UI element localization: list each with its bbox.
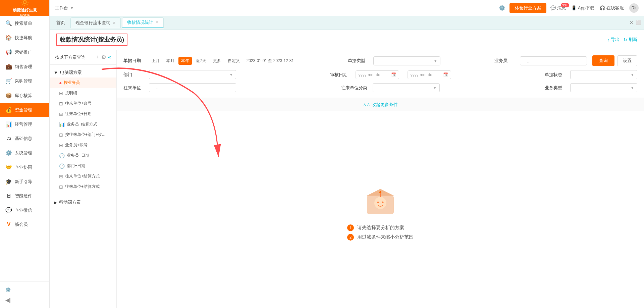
sidebar-item-label: 库存核算	[15, 93, 32, 99]
sidebar-item-quicknav[interactable]: 🏠 快捷导航	[0, 31, 49, 45]
counterparty-more-icon[interactable]: ...	[156, 85, 160, 90]
tab-bank[interactable]: 现金银行流水查询 ✕	[70, 17, 121, 28]
sidebar-item-baseinfo[interactable]: 🗂 基础信息	[0, 132, 49, 146]
scheme-salesperson-account[interactable]: ⊞ 业务员+账号	[50, 140, 116, 150]
export-button[interactable]: ↑ 导出	[607, 37, 620, 43]
scheme-label: 往来单位+日期	[65, 111, 92, 117]
sidebar-item-search[interactable]: 🔍 搜索菜单	[0, 16, 49, 31]
trial-button[interactable]: 体验行业方案	[509, 3, 546, 13]
scheme-label: 往来单位+结算方式	[65, 173, 100, 179]
docstatus-dropdown-arrow: ▾	[631, 72, 634, 77]
scheme-icon-unit-acct: ⊞	[59, 101, 63, 106]
main-area: 工作台 ▾ ⚙️ 体验行业方案 💬 消息 99+ 📱 App下载 🎧 在线客服 …	[50, 0, 644, 308]
settings-bottom-icon: ⚙️	[5, 287, 11, 292]
date-tab-thismonth[interactable]: 本月	[164, 57, 177, 65]
tab-bank-close[interactable]: ✕	[112, 20, 116, 25]
scheme-unit-dept-recv[interactable]: ⊞ 按往来单位+部门+收...	[50, 130, 116, 140]
counterparty-select[interactable]: ...	[149, 83, 236, 92]
desktop-section-header[interactable]: ▼ 电脑端方案	[50, 67, 116, 78]
sidebar-bottom: ⚙️ ◀‖	[0, 281, 49, 308]
review-date-end[interactable]: yyyy-mm-dd 📅	[408, 70, 451, 79]
review-date-inputs: yyyy-mm-dd 📅 — yyyy-mm-dd 📅	[356, 70, 451, 79]
doc-status-select[interactable]: ▾	[570, 70, 637, 79]
scheme-salesperson-date[interactable]: 🕐 业务员+日期	[50, 150, 116, 161]
dept-select[interactable]: ▾	[149, 70, 236, 79]
sales-icon: 💼	[5, 63, 12, 70]
review-date-start[interactable]: yyyy-mm-dd 📅	[356, 70, 399, 79]
scheme-by-detail[interactable]: ⊞ 按明细	[50, 88, 116, 98]
mobile-section-header[interactable]: ▶ 移动端方案	[50, 197, 116, 207]
biztype-select[interactable]: ▾	[570, 83, 637, 92]
sidebar-item-label: 企业微信	[15, 207, 32, 213]
sidebar-item-label: 资金管理	[15, 107, 32, 113]
scheme-settings-icon[interactable]: ⚙	[101, 54, 106, 60]
scheme-label: 按业务员	[64, 80, 80, 86]
scheme-unit-date[interactable]: ⊞ 往来单位+日期	[50, 109, 116, 119]
doctype-label: 单据类型	[348, 58, 368, 64]
svg-point-3	[377, 201, 379, 203]
sidebar-item-inventory[interactable]: 📦 库存核算	[0, 88, 49, 103]
review-date-label: 审核日期	[330, 72, 350, 78]
salesperson-select[interactable]: ...	[520, 56, 587, 65]
scheme-unit-account[interactable]: ⊞ 往来单位+账号	[50, 98, 116, 109]
sidebar-item-label: 企业协同	[15, 164, 32, 170]
scheme-icon-dept-date: 🕐	[59, 163, 65, 169]
sidebar-item-collab[interactable]: 🤝 企业协同	[0, 160, 49, 174]
date-tab-7days[interactable]: 近7天	[193, 57, 209, 65]
online-service-btn[interactable]: 🎧 在线客服	[600, 5, 624, 11]
tab-receipt-close[interactable]: ✕	[155, 20, 159, 25]
content-body: 按以下方案查询 + ⚙ « ▼ 电脑端方案 ● 按业务员	[50, 50, 644, 308]
date-tab-lastmonth[interactable]: 上月	[149, 57, 162, 65]
left-panel-icons: + ⚙ «	[96, 54, 111, 60]
header-settings-icon[interactable]: ⚙️	[499, 5, 505, 11]
sidebar-item-system[interactable]: ⚙️ 系统管理	[0, 146, 49, 160]
marketing-icon: 📢	[5, 49, 12, 55]
add-scheme-icon[interactable]: +	[96, 54, 99, 60]
refresh-button[interactable]: ↻ 刷新	[624, 37, 637, 43]
right-panel: 单据日期 上月 本月 本年 近7天 更多 自定义 2023-01-01 至 20…	[117, 50, 644, 308]
sidebar-item-hardware[interactable]: 🖥 智能硬件	[0, 189, 49, 203]
sidebar-settings-btn[interactable]: ⚙️	[0, 285, 49, 295]
scheme-salesperson-settlement[interactable]: 📊 业务员+结算方式	[50, 119, 116, 130]
date-range-display: 2023-01-01 至 2023-12-31	[247, 58, 294, 64]
message-badge[interactable]: 💬 消息 99+	[550, 5, 566, 11]
date-tab-thisyear[interactable]: 本年	[178, 57, 192, 65]
empty-step-2: 2 用过滤条件来缩小分析范围	[347, 234, 414, 241]
counterparty-cat-select[interactable]: ▾	[373, 83, 440, 92]
scheme-label: 往来单位+账号	[65, 101, 92, 106]
message-icon: 💬	[550, 5, 556, 10]
scheme-unit-settlement2[interactable]: ⊞ 往来单位+结算方式	[50, 182, 116, 192]
collapse-bar[interactable]: ∧∧ 收起更多条件	[117, 98, 644, 111]
collapse-panel-icon[interactable]: «	[108, 54, 111, 60]
query-button[interactable]: 查询	[592, 55, 614, 66]
tab-receipt[interactable]: 收款情况统计 ✕	[122, 17, 164, 28]
tab-maximize-icon[interactable]: ⬜	[636, 20, 641, 25]
sidebar-item-vip[interactable]: V 畅会员	[0, 217, 49, 232]
doc-type-select[interactable]: ▾	[373, 56, 440, 65]
sidebar: 🔆 畅捷通好生意 标准版 🔍 搜索菜单 🏠 快捷导航 📢 营销推广 💼 销售管理…	[0, 0, 50, 308]
user-avatar[interactable]: Rit	[629, 3, 639, 13]
scheme-dept-date[interactable]: 🕐 部门+日期	[50, 161, 116, 171]
sidebar-item-finance[interactable]: 💰 资金管理	[0, 103, 49, 117]
scheme-by-salesperson[interactable]: ● 按业务员	[50, 78, 116, 88]
sidebar-item-purchase[interactable]: 🛒 采购管理	[0, 74, 49, 88]
refresh-icon: ↻	[624, 37, 627, 42]
tab-home[interactable]: 首页	[52, 20, 69, 26]
svg-point-4	[382, 201, 384, 203]
empty-illustration	[360, 179, 400, 219]
filter-settings-button[interactable]: 设置	[617, 55, 637, 66]
date-tab-custom[interactable]: 自定义	[225, 57, 243, 65]
date-tab-more[interactable]: 更多	[210, 57, 224, 65]
salesperson-more-icon[interactable]: ...	[527, 58, 531, 63]
sidebar-item-guide[interactable]: 🎓 新手引导	[0, 174, 49, 189]
app-download-btn[interactable]: 📱 App下载	[571, 5, 594, 11]
sidebar-collapse-btn[interactable]: ◀‖	[0, 295, 49, 305]
sidebar-item-marketing[interactable]: 📢 营销推广	[0, 45, 49, 59]
tab-close-all-icon[interactable]: ✕	[630, 20, 633, 25]
collapse-icon: ◀‖	[5, 298, 11, 303]
step-num-2: 2	[347, 234, 354, 241]
sidebar-item-wechat[interactable]: 💬 企业微信	[0, 203, 49, 217]
scheme-unit-settlement1[interactable]: ⊞ 往来单位+结算方式	[50, 171, 116, 182]
sidebar-item-sales[interactable]: 💼 销售管理	[0, 59, 49, 74]
sidebar-item-operations[interactable]: 📊 经营管理	[0, 117, 49, 132]
